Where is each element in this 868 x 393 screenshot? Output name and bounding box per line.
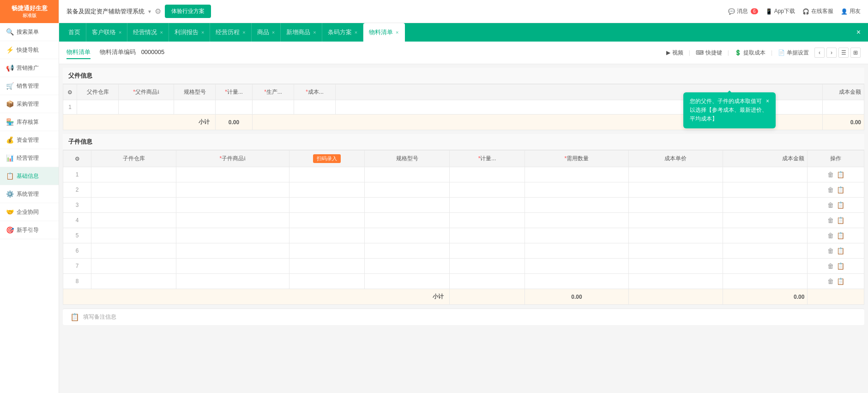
close-icon[interactable]: × bbox=[355, 30, 357, 35]
child-product-cell[interactable] bbox=[176, 167, 289, 182]
tab-history[interactable]: 经营历程× bbox=[210, 23, 251, 42]
app-download-btn[interactable]: 📱 App下载 bbox=[766, 7, 795, 15]
parent-production-cell[interactable] bbox=[253, 100, 294, 115]
sidebar-item-inventory[interactable]: 🏪 库存核算 bbox=[0, 113, 59, 131]
child-qty-cell[interactable] bbox=[525, 243, 629, 259]
child-product-cell[interactable] bbox=[176, 198, 289, 213]
copy-icon[interactable]: 📋 bbox=[837, 186, 844, 193]
copy-icon[interactable]: 📋 bbox=[837, 217, 844, 224]
delete-icon[interactable]: 🗑 bbox=[827, 171, 834, 178]
child-warehouse-cell[interactable] bbox=[91, 198, 176, 213]
child-unit-cell[interactable] bbox=[449, 243, 524, 259]
parent-unit-cell[interactable] bbox=[216, 100, 253, 115]
parent-spec-cell[interactable] bbox=[174, 100, 216, 115]
child-qty-cell[interactable] bbox=[525, 182, 629, 198]
child-spec-cell[interactable] bbox=[365, 198, 450, 213]
child-warehouse-cell[interactable] bbox=[91, 182, 176, 198]
sidebar-item-sales[interactable]: 🛒 销售管理 bbox=[0, 77, 59, 95]
child-product-cell[interactable] bbox=[176, 259, 289, 274]
sidebar-item-search[interactable]: 🔍 搜索菜单 bbox=[0, 23, 59, 41]
child-qty-cell[interactable] bbox=[525, 228, 629, 243]
sidebar-item-quicknav[interactable]: ⚡ 快捷导航 bbox=[0, 41, 59, 59]
child-unit-price-cell[interactable] bbox=[628, 167, 723, 182]
child-unit-cell[interactable] bbox=[449, 274, 524, 289]
child-warehouse-cell[interactable] bbox=[91, 167, 176, 182]
sidebar-item-guide[interactable]: 🎯 新手引导 bbox=[0, 221, 59, 239]
child-qty-cell[interactable] bbox=[525, 274, 629, 289]
copy-icon[interactable]: 📋 bbox=[837, 201, 844, 209]
parent-product-cell[interactable] bbox=[119, 100, 174, 115]
tab-barcode[interactable]: 条码方案× bbox=[322, 23, 363, 42]
sidebar-item-system[interactable]: ⚙️ 系统管理 bbox=[0, 185, 59, 203]
settings-action[interactable]: 📄 单据设置 bbox=[778, 49, 809, 57]
child-unit-cell[interactable] bbox=[449, 182, 524, 198]
experience-btn[interactable]: 体验行业方案 bbox=[165, 5, 211, 18]
child-qty-cell[interactable] bbox=[525, 198, 629, 213]
tab-customer[interactable]: 客户联络× bbox=[86, 23, 127, 42]
service-btn[interactable]: 🎧 在线客服 bbox=[802, 7, 833, 15]
next-btn[interactable]: › bbox=[826, 48, 837, 58]
nav-close-all-btn[interactable]: × bbox=[853, 28, 864, 36]
child-qty-cell[interactable] bbox=[525, 167, 629, 182]
prev-btn[interactable]: ‹ bbox=[814, 48, 825, 58]
tab-business[interactable]: 经营情况× bbox=[127, 23, 169, 42]
child-unit-price-cell[interactable] bbox=[628, 182, 723, 198]
child-product-cell[interactable] bbox=[176, 243, 289, 259]
delete-icon[interactable]: 🗑 bbox=[827, 201, 834, 209]
child-spec-cell[interactable] bbox=[365, 259, 450, 274]
sidebar-item-basic[interactable]: 📋 基础信息 bbox=[0, 167, 59, 185]
child-warehouse-cell[interactable] bbox=[91, 228, 176, 243]
child-unit-cell[interactable] bbox=[449, 198, 524, 213]
tab-home[interactable]: 首页 bbox=[63, 23, 86, 42]
child-unit-cell[interactable] bbox=[449, 167, 524, 182]
user-btn[interactable]: 👤 用友 bbox=[841, 7, 861, 15]
scan-btn[interactable]: 扫码录入 bbox=[313, 154, 341, 163]
child-qty-cell[interactable] bbox=[525, 259, 629, 274]
child-unit-price-cell[interactable] bbox=[628, 228, 723, 243]
close-icon[interactable]: × bbox=[313, 30, 316, 35]
delete-icon[interactable]: 🗑 bbox=[827, 232, 834, 239]
child-unit-price-cell[interactable] bbox=[628, 259, 723, 274]
close-icon[interactable]: × bbox=[396, 30, 398, 35]
page-tab-bom[interactable]: 物料清单 bbox=[66, 46, 90, 59]
copy-icon[interactable]: 📋 bbox=[837, 232, 844, 239]
child-spec-cell[interactable] bbox=[365, 228, 450, 243]
child-col-setting[interactable]: ⚙ bbox=[63, 151, 91, 167]
delete-icon[interactable]: 🗑 bbox=[827, 278, 834, 285]
child-spec-cell[interactable] bbox=[365, 213, 450, 228]
cost-action[interactable]: 💲 提取成本 bbox=[735, 49, 766, 57]
sidebar-item-purchase[interactable]: 📦 采购管理 bbox=[0, 95, 59, 113]
tab-new-goods[interactable]: 新增商品× bbox=[281, 23, 322, 42]
child-warehouse-cell[interactable] bbox=[91, 274, 176, 289]
child-unit-price-cell[interactable] bbox=[628, 243, 723, 259]
child-warehouse-cell[interactable] bbox=[91, 243, 176, 259]
topbar-dropdown-icon[interactable]: ▾ bbox=[148, 8, 151, 15]
child-product-cell[interactable] bbox=[176, 213, 289, 228]
parent-col-setting[interactable]: ⚙ bbox=[63, 85, 77, 100]
tab-goods[interactable]: 商品× bbox=[252, 23, 281, 42]
delete-icon[interactable]: 🗑 bbox=[827, 262, 834, 270]
child-qty-cell[interactable] bbox=[525, 213, 629, 228]
copy-icon[interactable]: 📋 bbox=[837, 262, 844, 270]
sidebar-item-operations[interactable]: 📊 经营管理 bbox=[0, 149, 59, 167]
tooltip-close-btn[interactable]: × bbox=[766, 97, 769, 106]
parent-cost-cell[interactable] bbox=[294, 100, 336, 115]
child-unit-price-cell[interactable] bbox=[628, 274, 723, 289]
child-product-cell[interactable] bbox=[176, 228, 289, 243]
topbar-settings-icon[interactable]: ⚙ bbox=[155, 7, 161, 16]
copy-icon[interactable]: 📋 bbox=[837, 278, 844, 285]
message-btn[interactable]: 💬 消息 6 bbox=[728, 7, 758, 15]
grid-view-btn[interactable]: ☰ bbox=[838, 48, 849, 58]
delete-icon[interactable]: 🗑 bbox=[827, 217, 834, 224]
child-col-scan[interactable]: 扫码录入 bbox=[289, 151, 364, 167]
child-spec-cell[interactable] bbox=[365, 167, 450, 182]
child-warehouse-cell[interactable] bbox=[91, 213, 176, 228]
child-unit-cell[interactable] bbox=[449, 228, 524, 243]
close-icon[interactable]: × bbox=[119, 30, 121, 35]
sidebar-item-collab[interactable]: 🤝 企业协同 bbox=[0, 203, 59, 221]
child-spec-cell[interactable] bbox=[365, 274, 450, 289]
copy-icon[interactable]: 📋 bbox=[837, 171, 844, 178]
delete-icon[interactable]: 🗑 bbox=[827, 247, 834, 254]
child-unit-price-cell[interactable] bbox=[628, 198, 723, 213]
close-icon[interactable]: × bbox=[160, 30, 163, 35]
